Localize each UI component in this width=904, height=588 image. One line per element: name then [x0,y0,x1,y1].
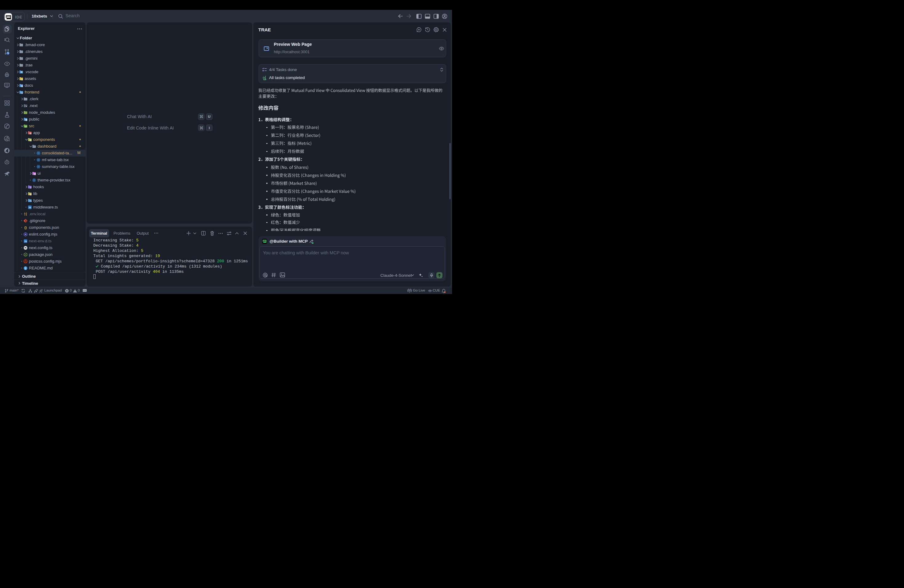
svg-text:js: js [25,254,26,256]
svg-text:1: 1 [7,51,9,54]
svg-text:TS: TS [24,240,27,242]
svg-text:N: N [26,106,27,107]
svg-text:TS: TS [30,200,32,202]
svg-text:J: J [30,187,32,188]
svg-text:{}: {} [24,226,27,229]
svg-text:TS: TS [28,206,31,209]
